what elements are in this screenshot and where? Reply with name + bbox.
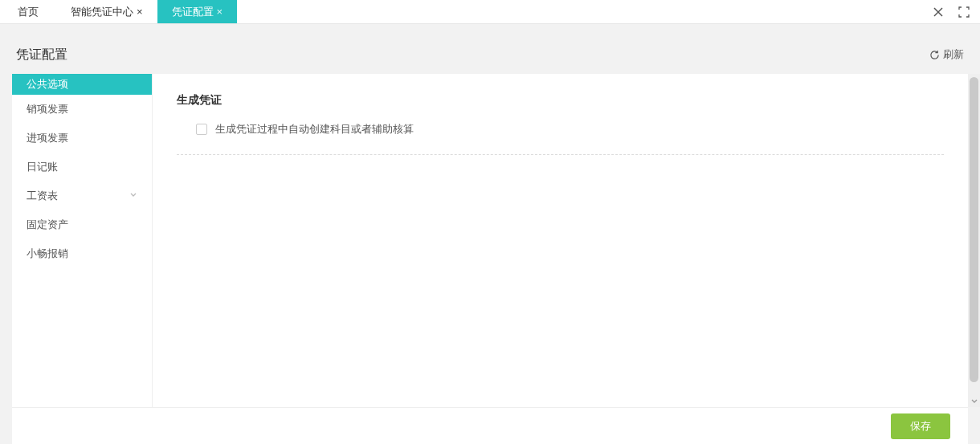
sidebar-item-label: 销项发票	[27, 102, 68, 116]
sidebar-item-payroll[interactable]: 工资表	[12, 181, 152, 210]
save-button[interactable]: 保存	[891, 413, 950, 439]
vertical-scrollbar[interactable]	[968, 74, 980, 407]
option-row: 生成凭证过程中自动创建科目或者辅助核算	[177, 122, 944, 136]
tab-voucher-config[interactable]: 凭证配置 ×	[157, 0, 238, 23]
sidebar-item-fixed-assets[interactable]: 固定资产	[12, 210, 152, 239]
sidebar-item-label: 小畅报销	[27, 246, 68, 261]
sidebar: 公共选项 销项发票 进项发票 日记账 工资表 固定资产 小畅报销	[12, 74, 153, 407]
close-all-tabs-button[interactable]	[929, 2, 948, 22]
sidebar-item-label: 日记账	[27, 160, 58, 174]
tab-label: 智能凭证中心	[71, 5, 133, 19]
sidebar-item-label: 进项发票	[27, 131, 68, 145]
close-icon	[933, 7, 943, 17]
sidebar-item-label: 固定资产	[27, 218, 68, 232]
refresh-label: 刷新	[943, 47, 964, 62]
fullscreen-icon	[958, 6, 970, 18]
close-icon[interactable]: ×	[217, 6, 223, 17]
content-panel: 生成凭证 生成凭证过程中自动创建科目或者辅助核算	[153, 74, 968, 407]
page-header: 凭证配置 刷新	[0, 35, 980, 74]
close-icon[interactable]: ×	[137, 6, 143, 17]
tab-strip: 首页 智能凭证中心 × 凭证配置 ×	[0, 0, 980, 24]
tab-label: 凭证配置	[172, 5, 214, 19]
save-button-label: 保存	[910, 420, 931, 432]
tab-voucher-center[interactable]: 智能凭证中心 ×	[56, 0, 157, 23]
chevron-down-icon	[129, 190, 137, 202]
fullscreen-button[interactable]	[954, 2, 974, 22]
sidebar-item-expense[interactable]: 小畅报销	[12, 239, 152, 268]
footer-bar: 保存	[12, 407, 968, 444]
tab-home-label: 首页	[18, 5, 39, 19]
refresh-button[interactable]: 刷新	[929, 47, 964, 62]
main-area: 公共选项 销项发票 进项发票 日记账 工资表 固定资产 小畅报销 生成凭证 生成…	[0, 74, 980, 407]
sidebar-item-public-options[interactable]: 公共选项	[12, 74, 152, 95]
tab-home[interactable]: 首页	[0, 0, 56, 23]
sidebar-item-purchase-invoice[interactable]: 进项发票	[12, 124, 152, 153]
sidebar-item-journal[interactable]: 日记账	[12, 153, 152, 181]
option-label: 生成凭证过程中自动创建科目或者辅助核算	[215, 122, 414, 136]
sidebar-item-label: 公共选项	[27, 77, 68, 92]
sidebar-item-sales-invoice[interactable]: 销项发票	[12, 95, 152, 124]
refresh-icon	[929, 50, 940, 60]
section-title: 生成凭证	[177, 93, 944, 108]
auto-create-account-checkbox[interactable]	[196, 124, 207, 135]
tabstrip-actions	[929, 0, 980, 23]
page-title: 凭证配置	[16, 47, 67, 63]
separator	[177, 154, 944, 155]
scrollbar-thumb[interactable]	[970, 77, 978, 382]
scroll-down-icon[interactable]	[968, 395, 980, 407]
sidebar-item-label: 工资表	[27, 189, 58, 203]
